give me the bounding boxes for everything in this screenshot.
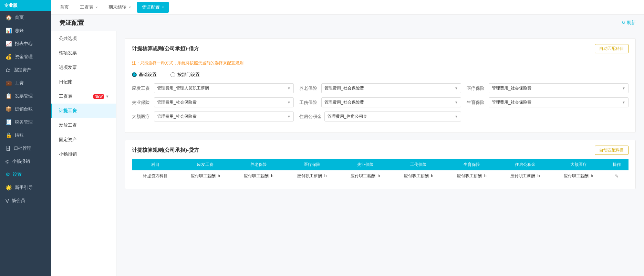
form-select-injury[interactable]: 管理费用_社会保险费 ▼ (321, 97, 461, 107)
th-bigmedical: 大额医疗 (552, 159, 605, 170)
tab-period-close[interactable]: × (128, 5, 131, 9)
sidebar-item-purchase[interactable]: 📦 进销台账 (0, 103, 51, 116)
main-area: 首页 工资表 × 期末结转 × 凭证配置 × 凭证配置 ↻ 刷新 公共选项 销项… (51, 0, 644, 276)
left-menu-issue[interactable]: 发放工资 (51, 118, 116, 132)
left-menu-public[interactable]: 公共选项 (51, 31, 116, 46)
form-select-wage[interactable]: 管理费用_管理人员职工薪酬 ▼ (154, 83, 294, 93)
tab-home-label: 首页 (60, 4, 69, 10)
form-item-wage: 应发工资 管理费用_管理人员职工薪酬 ▼ (132, 83, 294, 93)
left-menu-purchase-invoice[interactable]: 进项发票 (51, 60, 116, 75)
sidebar-item-fund[interactable]: 💰 资金管理 (0, 50, 51, 63)
page-header: 凭证配置 ↻ 刷新 (51, 14, 644, 31)
th-action: 操作 (605, 159, 629, 170)
left-menu-label-issue: 发放工资 (59, 122, 77, 128)
tab-voucher[interactable]: 凭证配置 × (137, 2, 169, 13)
sidebar-item-invoice[interactable]: 📋 发票管理 (0, 89, 51, 103)
left-menu-label-small-expense: 小畅报销 (59, 151, 77, 157)
new-badge: NEW (93, 94, 104, 99)
close-icon: 🔒 (6, 132, 12, 138)
tab-voucher-close[interactable]: × (162, 5, 164, 9)
debit-section-body: 注：只能选择一种方式，系统将按照您当前的选择来配置规则 基础设置 按部门设置 (125, 53, 635, 132)
debit-auto-match-button[interactable]: 自动匹配科目 (595, 44, 629, 53)
left-menu-label-journal: 日记账 (59, 79, 72, 85)
radio-basic[interactable]: 基础设置 (132, 72, 157, 78)
form-item-bigmedical: 大额医疗 管理费用_社会保险费 ▼ (132, 112, 294, 121)
th-unemployment: 失业保险 (339, 159, 392, 170)
chevron-icon: ▼ (105, 94, 109, 98)
left-menu-accrual[interactable]: 计提工资 (51, 104, 116, 118)
radio-dept[interactable]: 按部门设置 (170, 72, 200, 78)
sidebar-item-archive[interactable]: 🗄 归档管理 (0, 142, 51, 155)
radio-dept-label: 按部门设置 (177, 72, 200, 78)
left-menu-label-sales-invoice: 销项发票 (59, 50, 77, 56)
form-select-birth[interactable]: 管理费用_社会保险费 ▼ (489, 97, 629, 107)
th-birth: 生育保险 (445, 159, 499, 170)
sidebar-item-guide[interactable]: 🌟 新手引导 (0, 181, 51, 194)
td-pension: 应付职工薪酬_b (232, 170, 285, 182)
sidebar-item-home[interactable]: 🏠 首页 (0, 11, 51, 24)
debit-section-header: 计提核算规则(公司承担)-借方 自动匹配科目 (125, 39, 635, 53)
sidebar-item-salary[interactable]: 💼 工资 (0, 76, 51, 89)
debit-warning: 注：只能选择一种方式，系统将按照您当前的选择来配置规则 (132, 57, 629, 69)
tab-home[interactable]: 首页 (55, 2, 74, 13)
sidebar-item-asset[interactable]: 🗂 固定资产 (0, 63, 51, 76)
tab-payroll-close[interactable]: × (95, 5, 97, 9)
form-item-injury: 工伤保险 管理费用_社会保险费 ▼ (299, 97, 461, 107)
td-birth: 应付职工薪酬_b (445, 170, 499, 182)
form-label-wage: 应发工资 (132, 85, 151, 92)
form-select-unemployment[interactable]: 管理费用_社会保险费 ▼ (154, 97, 294, 107)
select-arrow-medical: ▼ (622, 86, 625, 90)
form-select-bigmedical[interactable]: 管理费用_社会保险费 ▼ (154, 112, 294, 121)
left-menu-label-purchase-invoice: 进项发票 (59, 64, 77, 71)
td-medical: 应付职工薪酬_b (285, 170, 339, 182)
sidebar-item-member[interactable]: V 畅会员 (0, 194, 51, 207)
sidebar-item-tax[interactable]: 🧾 税务管理 (0, 116, 51, 129)
left-menu-label-payroll-table: 工资表 (59, 93, 72, 99)
form-select-pension[interactable]: 管理费用_社会保险费 ▼ (321, 83, 461, 93)
td-action[interactable]: ✎ (605, 170, 629, 182)
sidebar-item-close[interactable]: 🔒 结账 (0, 129, 51, 142)
edit-icon[interactable]: ✎ (615, 173, 619, 179)
credit-section-header: 计提核算规则(公司承担)-贷方 自动匹配科目 (125, 140, 635, 155)
tab-period[interactable]: 期末结转 × (104, 2, 135, 13)
sidebar-label-archive: 归档管理 (13, 145, 31, 151)
sidebar-item-settings[interactable]: ⚙ 设置 (0, 168, 51, 181)
left-menu-small-expense[interactable]: 小畅报销 (51, 147, 116, 161)
left-menu-sales-invoice[interactable]: 销项发票 (51, 46, 116, 60)
credit-auto-match-button[interactable]: 自动匹配科目 (595, 146, 629, 155)
select-arrow-pension: ▼ (455, 86, 458, 90)
form-select-medical[interactable]: 管理费用_社会保险费 ▼ (489, 83, 629, 93)
td-bigmedical: 应付职工薪酬_b (552, 170, 605, 182)
form-label-medical: 医疗保险 (467, 85, 486, 92)
form-label-unemployment: 失业保险 (132, 99, 151, 106)
left-menu-journal[interactable]: 日记账 (51, 75, 116, 89)
sidebar-item-expense[interactable]: © 小畅报销 (0, 155, 51, 168)
sidebar-label-member: 畅会员 (12, 198, 25, 204)
sidebar-item-ledger[interactable]: 📊 总账 (0, 24, 51, 37)
debit-form-grid: 应发工资 管理费用_管理人员职工薪酬 ▼ 养老保险 管理费用_社会保险费 ▼ (132, 83, 629, 126)
radio-dept-input[interactable] (170, 72, 175, 77)
credit-section-title: 计提核算规则(公司承担)-贷方 (132, 147, 199, 153)
tab-voucher-label: 凭证配置 (142, 4, 160, 10)
sidebar-label-asset: 固定资产 (13, 67, 31, 73)
form-select-housing[interactable]: 管理费用_住房公积金 ▼ (324, 112, 461, 121)
sidebar-item-report[interactable]: 📈 报表中心 (0, 37, 51, 50)
sidebar-label-purchase: 进销台账 (15, 106, 33, 112)
td-subject: 计提贷方科目 (132, 170, 179, 182)
radio-basic-input[interactable] (132, 72, 137, 77)
form-label-bigmedical: 大额医疗 (132, 114, 151, 120)
select-arrow-unemployment: ▼ (287, 100, 291, 104)
sidebar-label-expense: 小畅报销 (12, 158, 30, 164)
archive-icon: 🗄 (6, 146, 11, 151)
refresh-button[interactable]: ↻ 刷新 (622, 20, 636, 26)
invoice-icon: 📋 (6, 93, 12, 99)
sidebar-label-close: 结账 (15, 132, 24, 138)
sidebar-label-tax: 税务管理 (15, 119, 33, 125)
left-menu-fixed-assets[interactable]: 固定资产 (51, 132, 116, 147)
tab-payroll[interactable]: 工资表 × (75, 2, 102, 13)
left-menu-payroll-table[interactable]: 工资表 NEW ▼ (51, 89, 116, 104)
salary-icon: 💼 (6, 80, 12, 86)
debit-section: 计提核算规则(公司承担)-借方 自动匹配科目 注：只能选择一种方式，系统将按照您… (125, 38, 636, 133)
fund-icon: 💰 (6, 54, 12, 60)
sidebar-label-report: 报表中心 (15, 41, 33, 47)
